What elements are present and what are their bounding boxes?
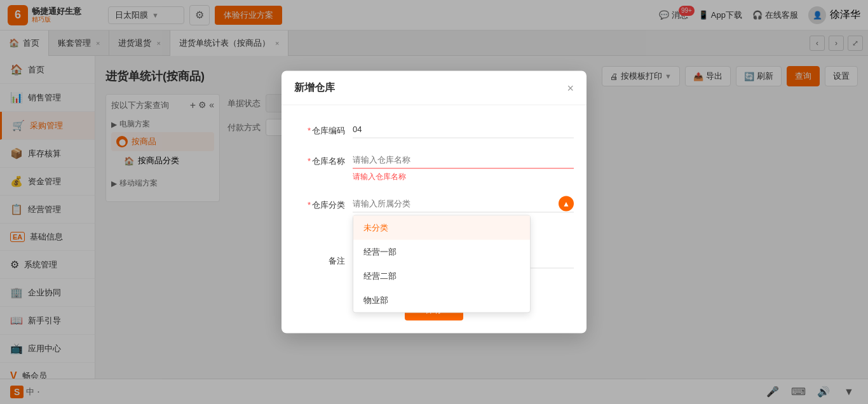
modal-title: 新增仓库 xyxy=(294,81,335,95)
category-arrow-icon[interactable]: ▲ xyxy=(559,196,574,212)
name-error-msg: 请输入仓库名称 xyxy=(353,172,574,182)
code-label: *仓库编码 xyxy=(294,121,345,137)
name-control: 请输入仓库名称 xyxy=(353,151,574,182)
dropdown-item-dept2[interactable]: 经营二部 xyxy=(353,264,530,288)
dropdown-item-uncategorized[interactable]: 未分类 xyxy=(353,216,530,240)
category-dropdown: 未分类 经营一部 经营二部 物业部 xyxy=(353,215,531,313)
category-control: ▲ 未分类 经营一部 经营二部 物业部 xyxy=(353,195,574,213)
dropdown-item-dept1[interactable]: 经营一部 xyxy=(353,240,530,264)
warehouse-name-input[interactable] xyxy=(353,151,574,169)
category-label: *仓库分类 xyxy=(294,195,345,211)
code-control xyxy=(353,121,574,138)
modal-header: 新增仓库 × xyxy=(281,71,587,105)
new-warehouse-modal: 新增仓库 × *仓库编码 *仓库名称 请输入仓库名称 *仓库分类 xyxy=(281,71,587,333)
warehouse-category-input[interactable] xyxy=(353,195,574,213)
form-row-code: *仓库编码 xyxy=(294,121,574,138)
warehouse-code-input[interactable] xyxy=(353,121,574,138)
remark-label: 备注 xyxy=(294,251,345,267)
form-row-name: *仓库名称 请输入仓库名称 xyxy=(294,151,574,182)
name-label: *仓库名称 xyxy=(294,151,345,167)
dropdown-item-property[interactable]: 物业部 xyxy=(353,288,530,313)
modal-close-button[interactable]: × xyxy=(567,82,574,93)
form-row-category: *仓库分类 ▲ 未分类 经营一部 经营二部 物业部 xyxy=(294,195,574,213)
modal-body: *仓库编码 *仓库名称 请输入仓库名称 *仓库分类 xyxy=(281,105,587,292)
category-select-wrapper: ▲ xyxy=(353,195,574,213)
